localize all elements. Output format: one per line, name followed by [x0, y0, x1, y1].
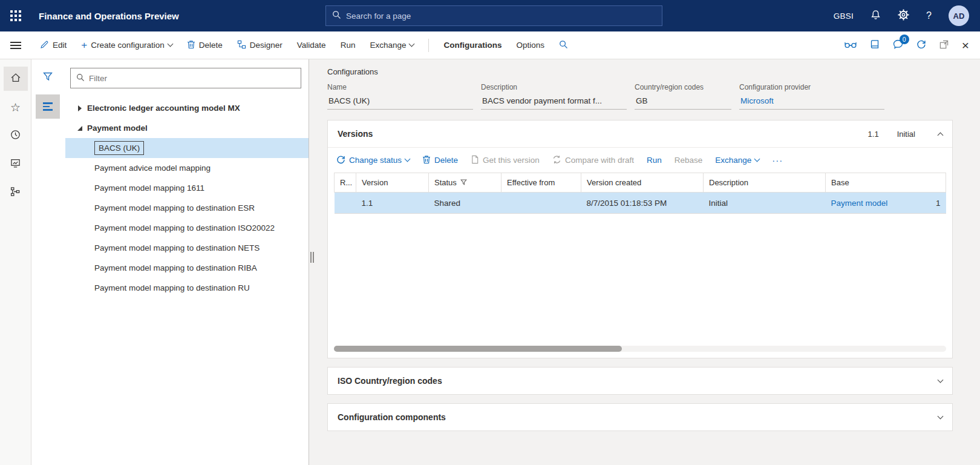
description-value[interactable]: BACS vendor payment format f...	[481, 96, 627, 110]
effective-from-cell	[501, 193, 581, 214]
version-delete-button[interactable]: Delete	[422, 155, 458, 166]
iso-country-codes-section[interactable]: ISO Country/region codes	[327, 367, 953, 395]
exchange-menu-button[interactable]: Exchange	[370, 41, 414, 50]
modules-nav-button[interactable]	[4, 180, 28, 205]
chevron-down-icon	[409, 41, 415, 47]
chevron-down-icon	[754, 156, 760, 162]
document-icon	[471, 155, 479, 166]
column-header-effective-from[interactable]: Effective from	[501, 173, 581, 193]
panel-splitter[interactable]	[309, 59, 314, 465]
tree-item-mapping-esr[interactable]: Payment model mapping to destination ESR	[65, 198, 309, 218]
filter-funnel-icon[interactable]	[460, 178, 467, 187]
expander-expanded-icon[interactable]	[73, 126, 87, 131]
version-cell: 1.1	[356, 193, 429, 214]
versions-header[interactable]: Versions 1.1 Initial	[328, 120, 952, 147]
provider-link[interactable]: Microsoft	[739, 96, 884, 110]
tree-item-mapping-riba[interactable]: Payment model mapping to destination RIB…	[65, 258, 309, 278]
base-page-number: 1	[936, 199, 941, 208]
delete-button[interactable]: Delete	[187, 40, 223, 51]
trash-icon	[187, 40, 195, 51]
tree-item-bacs-uk[interactable]: BACS (UK)	[65, 138, 309, 158]
recent-nav-button[interactable]	[4, 124, 28, 148]
column-header-description[interactable]: Description	[704, 173, 826, 193]
company-picker[interactable]: GBSI	[834, 12, 854, 21]
tree-item-mapping-ru[interactable]: Payment model mapping to destination RU	[65, 278, 309, 298]
tab-options[interactable]: Options	[516, 41, 544, 50]
app-launcher-button[interactable]	[0, 0, 31, 31]
column-header-version-created[interactable]: Version created	[581, 173, 704, 193]
column-header-version[interactable]: Version	[356, 173, 429, 193]
filter-tab-button[interactable]	[36, 65, 60, 90]
versions-summary: 1.1 Initial	[868, 130, 942, 139]
global-search[interactable]	[325, 5, 662, 26]
tree-item-payment-advice[interactable]: Payment advice model mapping	[65, 158, 309, 178]
refresh-button[interactable]	[916, 39, 926, 51]
chevron-up-icon[interactable]	[938, 132, 944, 138]
column-header-base[interactable]: Base	[826, 173, 946, 193]
tree-item-mapping-nets[interactable]: Payment model mapping to destination NET…	[65, 238, 309, 258]
chevron-down-icon	[405, 156, 411, 162]
header-fields: Name BACS (UK) Description BACS vendor p…	[327, 83, 953, 110]
search-input[interactable]	[346, 12, 656, 21]
search-icon	[559, 40, 568, 51]
tree-item-mapping-1611[interactable]: Payment model mapping 1611	[65, 178, 309, 198]
help-button[interactable]: ?	[926, 10, 932, 21]
versions-toolbar: Change status Delete Get this version	[328, 147, 952, 173]
tree-list-tab-button[interactable]	[36, 94, 60, 119]
column-header-r[interactable]: R...	[335, 173, 356, 193]
more-commands-button[interactable]: ···	[772, 155, 783, 165]
open-in-new-window-button[interactable]	[939, 40, 949, 51]
chevron-down-icon[interactable]	[938, 377, 944, 383]
compare-with-draft-button[interactable]: Compare with draft	[552, 155, 634, 166]
home-nav-button[interactable]	[4, 67, 28, 91]
expander-collapsed-icon[interactable]	[73, 105, 87, 111]
nav-rail: ☆	[0, 59, 31, 465]
version-exchange-button[interactable]: Exchange	[715, 156, 759, 165]
compare-icon	[552, 155, 561, 166]
change-status-button[interactable]: Change status	[336, 155, 410, 166]
base-model-link[interactable]: Payment model	[831, 199, 888, 208]
run-button[interactable]: Run	[341, 41, 356, 50]
action-search-button[interactable]	[559, 40, 568, 51]
messages-button[interactable]: 0	[893, 39, 903, 51]
tree-filter-box[interactable]	[70, 68, 301, 88]
task-guide-button[interactable]	[870, 39, 880, 51]
action-pane-items: Edit + Create configuration Delete Desig…	[40, 39, 568, 52]
configurations-tree-panel: Electronic ledger accounting model MX Pa…	[31, 59, 309, 465]
validate-button[interactable]: Validate	[297, 41, 326, 50]
nav-hamburger-button[interactable]	[0, 31, 31, 59]
glasses-icon	[844, 41, 857, 50]
avatar[interactable]: AD	[949, 5, 969, 26]
edit-button[interactable]: Edit	[40, 40, 67, 51]
scrollbar-thumb[interactable]	[334, 346, 622, 352]
rebase-button[interactable]: Rebase	[675, 156, 703, 165]
chevron-down-icon[interactable]	[938, 413, 944, 419]
notifications-button[interactable]	[871, 10, 881, 22]
get-this-version-button[interactable]: Get this version	[471, 155, 540, 166]
version-run-button[interactable]: Run	[647, 156, 662, 165]
country-codes-value[interactable]: GB	[635, 96, 731, 110]
close-icon[interactable]: ×	[962, 40, 969, 51]
base-cell: Payment model 1	[826, 193, 946, 214]
configuration-components-section[interactable]: Configuration components	[327, 403, 953, 431]
favorites-nav-button[interactable]: ☆	[4, 95, 28, 119]
create-configuration-button[interactable]: + Create configuration	[81, 41, 172, 50]
trash-icon	[422, 155, 431, 166]
view-options-button[interactable]	[844, 41, 857, 50]
workspaces-icon	[10, 158, 21, 170]
topbar: Finance and Operations Preview GBSI	[0, 0, 980, 31]
settings-button[interactable]	[898, 9, 909, 22]
tree-content: Electronic ledger accounting model MX Pa…	[64, 59, 309, 465]
row-select-cell[interactable]	[335, 193, 356, 214]
version-row[interactable]: 1.1 Shared 8/7/2015 01:18:53 PM Initial …	[335, 193, 946, 214]
tree-item-payment-model[interactable]: Payment model	[65, 118, 309, 138]
designer-button[interactable]: Designer	[237, 40, 283, 51]
name-value[interactable]: BACS (UK)	[327, 96, 473, 110]
tree-item-mapping-iso20022[interactable]: Payment model mapping to destination ISO…	[65, 218, 309, 238]
horizontal-scrollbar[interactable]	[334, 346, 946, 352]
workspaces-nav-button[interactable]	[4, 152, 28, 176]
tree-filter-input[interactable]	[89, 74, 295, 83]
tab-configurations[interactable]: Configurations	[443, 41, 501, 50]
column-header-status[interactable]: Status	[429, 173, 501, 193]
tree-item-electronic-ledger[interactable]: Electronic ledger accounting model MX	[65, 98, 309, 118]
